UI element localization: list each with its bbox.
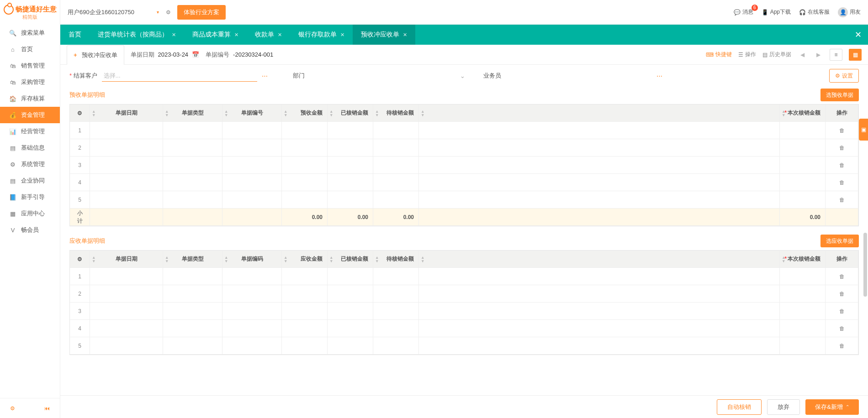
delete-row-button[interactable]: 🗑 [826,191,858,209]
delete-row-button[interactable]: 🗑 [826,139,858,157]
cell[interactable] [222,285,282,303]
cell[interactable] [780,268,826,285]
sidebar-item-1[interactable]: ⌂首页 [0,41,60,57]
cell[interactable] [373,337,419,355]
sidebar-item-12[interactable]: V畅会员 [0,222,60,238]
document-tab[interactable]: + 预收冲应收单 [67,45,124,65]
cell[interactable] [780,139,826,157]
delete-row-button[interactable]: 🗑 [826,268,858,285]
delete-row-button[interactable]: 🗑 [826,122,858,139]
salesman-more-icon[interactable]: ⋯ [656,73,663,79]
cell[interactable] [163,285,222,303]
cell[interactable] [222,139,282,157]
sidebar-item-5[interactable]: 💰资金管理 [0,107,60,123]
col-4[interactable]: ▴▾已核销金额 [328,251,373,268]
delete-row-button[interactable]: 🗑 [826,174,858,191]
collapse-icon[interactable]: ⏮ [44,405,50,412]
delete-row-button[interactable]: 🗑 [826,285,858,303]
cell[interactable] [419,320,780,337]
try-plan-button[interactable]: 体验行业方案 [177,5,226,20]
list-view-button[interactable]: ≡ [830,49,842,61]
scrollbar-thumb[interactable] [863,233,867,297]
cell[interactable] [90,320,163,337]
cell[interactable] [282,320,328,337]
cell[interactable] [282,337,328,355]
cell[interactable] [282,303,328,320]
cell[interactable] [90,303,163,320]
cell[interactable] [222,157,282,174]
gear-column[interactable]: ⚙ [70,104,90,122]
col-5[interactable]: ▴▾待核销金额 [373,104,419,122]
sidebar-item-3[interactable]: 🛍采购管理 [0,74,60,90]
cell[interactable] [222,191,282,209]
cell[interactable] [90,139,163,157]
cell[interactable] [90,268,163,285]
bill-date-value[interactable]: 2023-03-24 [158,51,189,58]
cell[interactable] [328,122,373,139]
cell[interactable] [373,122,419,139]
cell[interactable] [163,191,222,209]
sidebar-item-10[interactable]: 📘新手引导 [0,189,60,205]
cell[interactable] [373,285,419,303]
cell[interactable] [419,285,780,303]
close-icon[interactable]: ✕ [234,32,238,38]
settings-icon[interactable]: ⚙ [10,405,15,412]
cell[interactable] [90,337,163,355]
discard-button[interactable]: 放弃 [767,399,800,415]
cell[interactable] [419,157,780,174]
history-button[interactable]: ▤历史单据 [762,51,791,58]
cell[interactable] [373,174,419,191]
save-new-button[interactable]: 保存&新增 ⌃ [805,399,859,415]
cell[interactable] [419,303,780,320]
cell[interactable] [282,191,328,209]
cell[interactable] [328,285,373,303]
cell[interactable] [163,139,222,157]
customer-more-icon[interactable]: ⋯ [262,73,268,79]
cell[interactable] [328,320,373,337]
chevron-down-icon[interactable]: ⌄ [460,73,465,79]
sidebar-item-7[interactable]: ▤基础信息 [0,140,60,156]
cell[interactable] [163,174,222,191]
cell[interactable] [222,268,282,285]
cell[interactable] [328,139,373,157]
cell[interactable] [373,139,419,157]
cell[interactable] [282,139,328,157]
sidebar-item-2[interactable]: 🛍销售管理 [0,57,60,74]
cell[interactable] [419,139,780,157]
cell[interactable] [282,174,328,191]
next-doc-button[interactable]: ▶ [814,52,823,58]
tab-1[interactable]: 进货单统计表（按商品）✕ [90,25,184,45]
delete-row-button[interactable]: 🗑 [826,337,858,355]
close-icon[interactable]: ✕ [340,32,344,38]
delete-row-button[interactable]: 🗑 [826,320,858,337]
cell[interactable] [419,122,780,139]
cell[interactable] [163,268,222,285]
select-receivable-button[interactable]: 选应收单据 [820,235,859,247]
cell[interactable] [419,268,780,285]
prev-doc-button[interactable]: ◀ [798,52,807,58]
col-5[interactable]: ▴▾待核销金额 [373,251,419,268]
sidebar-item-0[interactable]: 🔍搜索菜单 [0,25,60,41]
tab-2[interactable]: 商品成本重算✕ [184,25,247,45]
sidebar-item-11[interactable]: ▦应用中心 [0,205,60,222]
close-icon[interactable]: ✕ [278,32,282,38]
salesman-input[interactable] [506,70,652,82]
cell[interactable] [419,337,780,355]
cell[interactable] [373,303,419,320]
tab-5[interactable]: 预收冲应收单✕ [353,25,415,45]
cell[interactable] [222,320,282,337]
close-all-tabs[interactable]: ✕ [848,25,868,45]
close-icon[interactable]: ✕ [172,32,176,38]
cell[interactable] [222,174,282,191]
cell[interactable] [373,320,419,337]
app-download-button[interactable]: 📱 App下载 [762,8,791,16]
cell[interactable] [328,191,373,209]
col-2[interactable]: ▴▾单据编码 [222,251,282,268]
messages-button[interactable]: 💬 消息 6 [734,8,753,16]
cell[interactable] [282,122,328,139]
cell[interactable] [373,268,419,285]
auto-verify-button[interactable]: 自动核销 [717,399,762,415]
cell[interactable] [328,337,373,355]
cell[interactable] [780,320,826,337]
col-3[interactable]: ▴▾应收金额 [282,251,328,268]
